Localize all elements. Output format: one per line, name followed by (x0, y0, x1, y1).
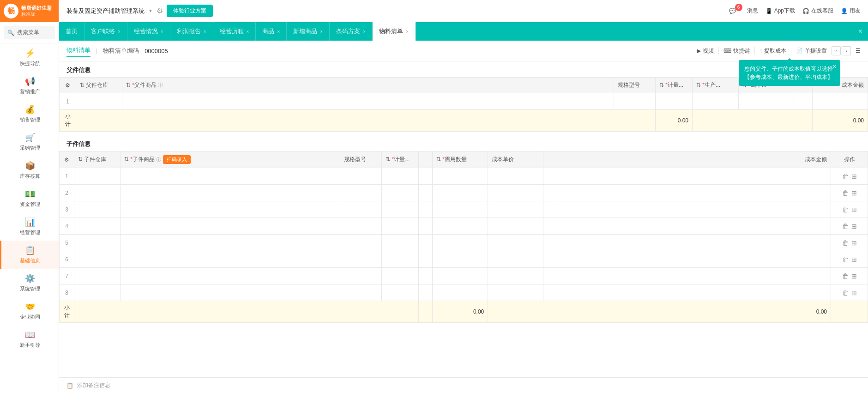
child-warehouse-2[interactable] (74, 185, 121, 201)
toolbar-grid-view[interactable]: ☰ (856, 48, 861, 54)
delete-icon-4[interactable]: 🗑 (842, 223, 849, 230)
message-item[interactable]: 💬 6 消息 (729, 7, 758, 15)
tab-history-close[interactable]: × (247, 29, 249, 34)
child-product-1[interactable] (121, 168, 340, 185)
app-download-item[interactable]: 📱 App下载 (766, 7, 795, 15)
child-qty-6[interactable] (433, 251, 488, 268)
copy-icon-2[interactable]: ⊞ (851, 189, 857, 197)
child-unit-7[interactable] (382, 268, 419, 284)
page-tab-code[interactable]: 物料清单编码 (103, 45, 139, 57)
sidebar-item-system[interactable]: ⚙️ 系统管理 (0, 269, 59, 297)
search-menu-button[interactable]: 🔍 搜索菜单 (4, 26, 55, 39)
child-qty-1[interactable] (433, 168, 488, 185)
child-product-5[interactable] (121, 235, 340, 251)
tab-add-product[interactable]: 新增商品 × (287, 22, 330, 41)
nav-next-btn[interactable]: › (842, 46, 851, 55)
child-unit-6[interactable] (382, 251, 419, 268)
copy-icon-7[interactable]: ⊞ (851, 272, 857, 280)
copy-icon-1[interactable]: ⊞ (851, 173, 857, 180)
sidebar-item-purchase[interactable]: 🛒 采购管理 (0, 128, 59, 156)
delete-icon-7[interactable]: 🗑 (842, 272, 849, 280)
tab-home[interactable]: 首页 (59, 22, 84, 41)
delete-icon-3[interactable]: 🗑 (842, 206, 849, 213)
sidebar-item-marketing[interactable]: 📢 营销推广 (0, 72, 59, 100)
page-tab-bom[interactable]: 物料清单 (66, 44, 90, 57)
sidebar-item-operations[interactable]: 📊 经营管理 (0, 212, 59, 241)
settings-icon[interactable]: ⚙ (157, 6, 163, 15)
copy-icon-8[interactable]: ⊞ (851, 289, 857, 296)
tab-customer[interactable]: 客户联络 × (84, 22, 127, 41)
child-col-settings[interactable]: ⚙ (60, 151, 74, 168)
online-service-item[interactable]: 🎧 在线客服 (802, 7, 833, 15)
child-warehouse-1[interactable] (74, 168, 121, 185)
parent-product-1[interactable] (122, 93, 614, 110)
tooltip-close-btn[interactable]: × (833, 62, 837, 72)
parent-cost-1[interactable] (739, 93, 794, 110)
tab-customer-close[interactable]: × (118, 29, 121, 34)
parent-unit-1[interactable] (656, 93, 693, 110)
delete-icon-6[interactable]: 🗑 (842, 256, 849, 263)
parent-col-settings[interactable]: ⚙ (60, 78, 76, 93)
delete-icon-2[interactable]: 🗑 (842, 189, 849, 197)
delete-icon-5[interactable]: 🗑 (842, 239, 849, 247)
toolbar-shortcut[interactable]: ⌨ 快捷键 (723, 47, 750, 55)
sidebar-item-inventory[interactable]: 📦 库存核算 (0, 156, 59, 184)
trial-button[interactable]: 体验行业方案 (167, 5, 213, 17)
toolbar-settings[interactable]: 📄 单据设置 (796, 47, 827, 55)
child-warehouse-6[interactable] (74, 251, 121, 268)
child-product-4[interactable] (121, 218, 340, 235)
sidebar-item-enterprise[interactable]: 🤝 企业协同 (0, 297, 59, 325)
tab-history[interactable]: 经营历程 × (213, 22, 256, 41)
child-qty-8[interactable] (433, 284, 488, 301)
tab-profit[interactable]: 利润报告 × (170, 22, 213, 41)
user-item[interactable]: 👤 用友 (841, 7, 861, 15)
child-product-2[interactable] (121, 185, 340, 201)
toolbar-extract-cost[interactable]: ↑ 提取成本 (760, 47, 786, 55)
child-warehouse-8[interactable] (74, 284, 121, 301)
tab-product-close[interactable]: × (277, 29, 280, 34)
sidebar-item-finance[interactable]: 💵 资金管理 (0, 184, 59, 212)
copy-icon-5[interactable]: ⊞ (851, 239, 857, 247)
tab-operations[interactable]: 经营情况 × (127, 22, 170, 41)
tab-barcode[interactable]: 条码方案 × (330, 22, 373, 41)
scan-button[interactable]: 扫码录入 (163, 155, 191, 164)
parent-warehouse-1[interactable] (76, 93, 122, 110)
child-warehouse-5[interactable] (74, 235, 121, 251)
child-warehouse-7[interactable] (74, 268, 121, 284)
tab-product[interactable]: 商品 × (256, 22, 287, 41)
copy-icon-4[interactable]: ⊞ (851, 223, 857, 230)
sidebar-item-basic[interactable]: 📋 基础信息 (0, 241, 59, 269)
tab-close-all[interactable]: × (853, 22, 868, 41)
sidebar-item-shortcut[interactable]: ⚡ 快捷导航 (0, 43, 59, 72)
child-warehouse-3[interactable] (74, 201, 121, 218)
child-qty-5[interactable] (433, 235, 488, 251)
tab-operations-close[interactable]: × (161, 29, 163, 34)
tab-profit-close[interactable]: × (204, 29, 206, 34)
child-qty-4[interactable] (433, 218, 488, 235)
child-product-8[interactable] (121, 284, 340, 301)
child-qty-7[interactable] (433, 268, 488, 284)
copy-icon-3[interactable]: ⊞ (851, 206, 857, 213)
child-unit-4[interactable] (382, 218, 419, 235)
tab-barcode-close[interactable]: × (363, 29, 366, 34)
sidebar-item-guide[interactable]: 📖 新手引导 (0, 325, 59, 353)
child-qty-3[interactable] (433, 201, 488, 218)
tab-bom-close[interactable]: × (406, 29, 409, 34)
child-unit-8[interactable] (382, 284, 419, 301)
tab-add-product-close[interactable]: × (320, 29, 323, 34)
child-unit-2[interactable] (382, 185, 419, 201)
child-product-6[interactable] (121, 251, 340, 268)
tab-bom[interactable]: 物料清单 × (373, 22, 416, 41)
child-product-7[interactable] (121, 268, 340, 284)
child-product-3[interactable] (121, 201, 340, 218)
child-unit-5[interactable] (382, 235, 419, 251)
delete-icon-1[interactable]: 🗑 (842, 173, 849, 180)
copy-icon-6[interactable]: ⊞ (851, 256, 857, 263)
child-warehouse-4[interactable] (74, 218, 121, 235)
child-qty-2[interactable] (433, 185, 488, 201)
sidebar-item-sales[interactable]: 💰 销售管理 (0, 100, 59, 128)
parent-prod-1[interactable] (693, 93, 739, 110)
delete-icon-8[interactable]: 🗑 (842, 289, 849, 296)
nav-prev-btn[interactable]: ‹ (832, 46, 841, 55)
child-unit-3[interactable] (382, 201, 419, 218)
